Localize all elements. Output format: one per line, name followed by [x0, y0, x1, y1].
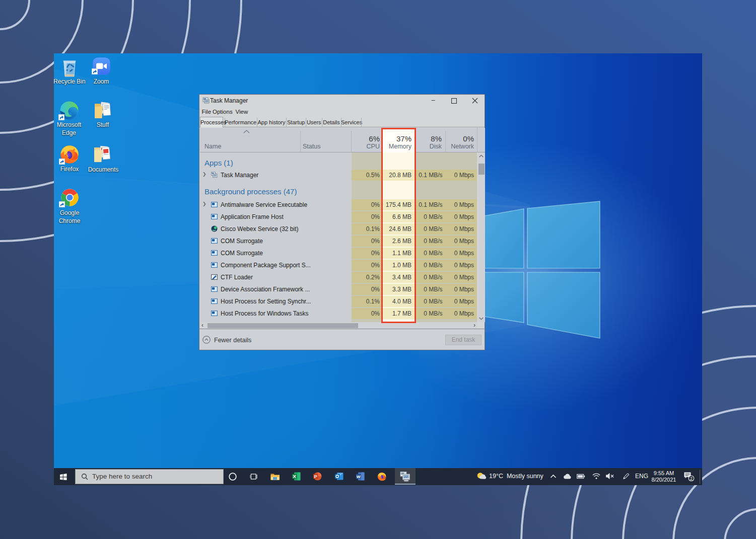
svg-text:P: P [314, 474, 317, 479]
svg-text:2: 2 [690, 476, 693, 481]
svg-text:W: W [357, 475, 361, 479]
